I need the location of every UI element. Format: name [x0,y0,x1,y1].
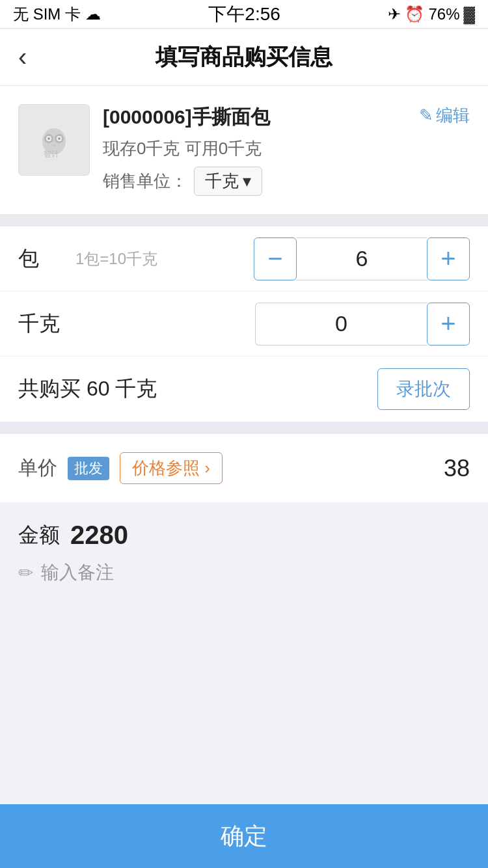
price-row: 单价 批发 价格参照 › 38 [18,452,470,484]
status-time: 下午2:56 [208,2,280,27]
status-left: 无 SIM 卡 ☁ [13,4,101,25]
price-value: 38 [444,455,470,482]
price-ref-button[interactable]: 价格参照 › [120,452,223,484]
wholesale-badge: 批发 [68,457,109,480]
amount-value: 2280 [70,521,128,550]
amount-section: 金额 2280 ✏ 输入备注 [0,502,488,603]
unit-label: 销售单位： [103,170,187,193]
batch-button[interactable]: 录批次 [377,368,470,410]
amount-row: 金额 2280 [18,521,470,550]
main-spacer [0,603,488,798]
price-label: 单价 [18,455,57,481]
note-placeholder: 输入备注 [41,560,114,585]
confirm-button[interactable]: 确定 [221,821,267,852]
sim-signal-text: 无 SIM 卡 ☁ [13,4,101,25]
kg-label: 千克 [18,310,70,338]
package-qty-control: − + [254,237,470,280]
kg-qty-control: + [255,303,470,346]
confirm-bar[interactable]: 确定 [0,804,488,868]
status-bar: 无 SIM 卡 ☁ 下午2:56 ✈ ⏰ 76% ▓ [0,0,488,29]
product-image: 智计 [18,104,90,176]
svg-text:智计: 智计 [44,150,59,159]
page-title: 填写商品购买信息 [156,42,332,72]
status-right: ✈ ⏰ 76% ▓ [388,5,475,23]
unit-dropdown-icon: ▾ [243,171,251,191]
package-qty-input[interactable] [297,237,427,280]
product-name: [0000006]手撕面包 [103,104,470,131]
package-label: 包 [18,245,70,273]
edit-icon: ✎ [419,105,433,126]
nav-bar: ‹ 填写商品购买信息 [0,29,488,86]
kg-input-row: 千克 + [0,292,488,357]
edit-label: 编辑 [436,104,470,127]
kg-qty-input[interactable] [255,303,427,346]
location-icon: ✈ [388,5,401,23]
pencil-icon: ✏ [18,562,33,584]
svg-point-6 [58,137,61,140]
price-section: 单价 批发 价格参照 › 38 [0,433,488,502]
edit-button[interactable]: ✎ 编辑 [419,104,470,127]
back-button[interactable]: ‹ [18,42,27,72]
package-input-row: 包 1包=10千克 − + [0,226,488,292]
total-label: 共购买 60 千克 [18,375,157,403]
product-stock: 现存0千克 可用0千克 [103,137,470,160]
battery-icon: ▓ [464,5,476,23]
alarm-icon: ⏰ [405,5,424,23]
total-row: 共购买 60 千克 录批次 [0,357,488,422]
separator-2 [0,422,488,433]
svg-point-5 [47,137,50,140]
package-hint: 1包=10千克 [75,249,254,269]
kg-plus-button[interactable]: + [427,303,470,346]
battery-text: 76% [428,5,459,23]
product-card: 智计 [0000006]手撕面包 现存0千克 可用0千克 销售单位： 千克 ▾ … [0,86,488,215]
package-plus-button[interactable]: + [427,237,470,280]
amount-label: 金额 [18,521,60,550]
unit-value: 千克 [205,170,239,193]
product-info: [0000006]手撕面包 现存0千克 可用0千克 销售单位： 千克 ▾ [103,104,470,196]
product-unit-row: 销售单位： 千克 ▾ [103,167,470,196]
package-minus-button[interactable]: − [254,237,297,280]
note-row[interactable]: ✏ 输入备注 [18,560,470,585]
separator-1 [0,215,488,226]
unit-select[interactable]: 千克 ▾ [194,167,262,196]
